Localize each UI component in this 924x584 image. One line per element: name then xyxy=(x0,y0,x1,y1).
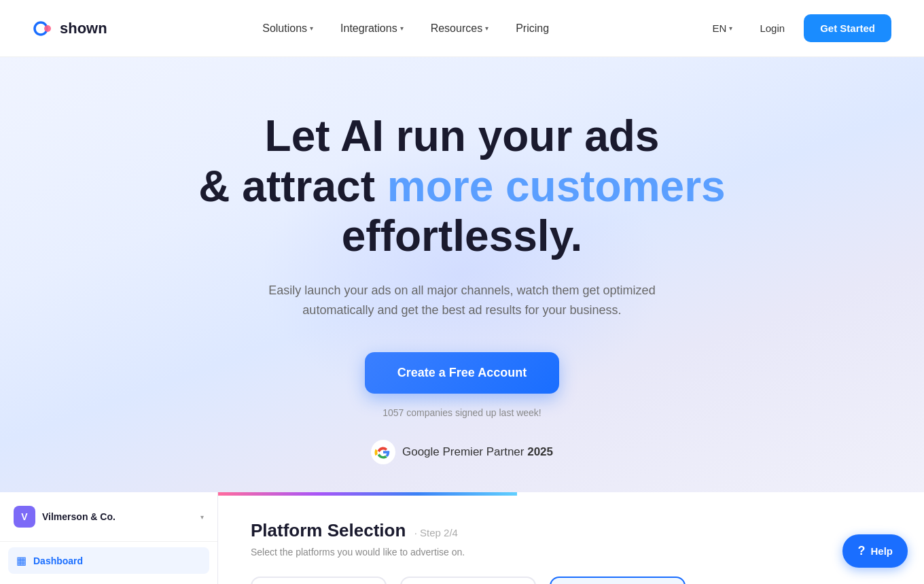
platform-card-google[interactable]: G Google Ads xyxy=(251,577,387,584)
nav-resources[interactable]: Resources ▾ xyxy=(420,17,499,40)
platform-cards: G Google Ads f Meta Ads in LinkedIn Ads xyxy=(251,577,891,584)
sidebar-nav: ▦ Dashboard ▤ Billing 124$ 🔔 Notificatio… xyxy=(0,542,217,584)
chevron-down-icon: ▾ xyxy=(200,513,204,521)
create-account-button[interactable]: Create a Free Account xyxy=(365,352,559,394)
hero-subtitle: Easily launch your ads on all major chan… xyxy=(268,281,655,320)
company-selector[interactable]: V Vilmerson & Co. xyxy=(14,506,116,528)
nav-links: Solutions ▾ Integrations ▾ Resources ▾ P… xyxy=(251,17,560,40)
preview-sidebar: V Vilmerson & Co. ▾ ▦ Dashboard ▤ Billin… xyxy=(0,492,217,584)
logo-icon xyxy=(33,18,54,39)
step-label: · Step 2/4 xyxy=(414,527,458,538)
platform-selection-header: Platform Selection · Step 2/4 xyxy=(251,520,891,541)
dashboard-icon: ▦ xyxy=(16,554,26,567)
login-button[interactable]: Login xyxy=(751,17,793,39)
logo-text: shown xyxy=(60,20,107,37)
nav-solutions[interactable]: Solutions ▾ xyxy=(251,17,324,40)
sidebar-item-dashboard[interactable]: ▦ Dashboard xyxy=(8,547,209,574)
preview-content: Platform Selection · Step 2/4 Select the… xyxy=(218,496,924,584)
preview-main: Platform Selection · Step 2/4 Select the… xyxy=(217,492,924,584)
get-started-button[interactable]: Get Started xyxy=(804,14,891,42)
platform-subtitle: Select the platforms you would like to a… xyxy=(251,547,891,557)
platform-card-meta[interactable]: f Meta Ads xyxy=(400,577,536,584)
nav-pricing[interactable]: Pricing xyxy=(505,17,560,40)
nav-right: EN ▾ Login Get Started xyxy=(705,14,891,42)
svg-point-1 xyxy=(44,25,51,32)
hero-title: Let AI run your ads & attract more custo… xyxy=(156,111,768,262)
sidebar-header: V Vilmerson & Co. ▾ xyxy=(0,492,217,542)
google-partner-badge: Google Premier Partner 2025 xyxy=(371,440,553,464)
help-icon: ? xyxy=(857,544,865,558)
chevron-down-icon: ▾ xyxy=(729,24,732,32)
nav-integrations[interactable]: Integrations ▾ xyxy=(330,17,414,40)
sidebar-item-billing[interactable]: ▤ Billing 124$ xyxy=(8,575,209,584)
platform-title: Platform Selection xyxy=(251,520,406,540)
platform-card-linkedin[interactable]: in LinkedIn Ads xyxy=(550,577,686,584)
chevron-down-icon: ▾ xyxy=(400,24,404,32)
chevron-down-icon: ▾ xyxy=(485,24,488,32)
company-name: Vilmerson & Co. xyxy=(42,511,116,522)
google-g-icon xyxy=(371,440,395,464)
help-button[interactable]: ? Help xyxy=(842,534,908,568)
logo[interactable]: shown xyxy=(33,18,107,39)
partner-text: Google Premier Partner 2025 xyxy=(402,445,553,459)
avatar: V xyxy=(14,506,35,528)
preview-section: V Vilmerson & Co. ▾ ▦ Dashboard ▤ Billin… xyxy=(0,492,924,584)
language-selector[interactable]: EN ▾ xyxy=(705,17,741,39)
hero-section: Let AI run your ads & attract more custo… xyxy=(0,57,924,492)
navbar: shown Solutions ▾ Integrations ▾ Resourc… xyxy=(0,0,924,57)
chevron-down-icon: ▾ xyxy=(310,24,313,32)
social-proof-text: 1057 companies signed up last week! xyxy=(383,407,541,418)
